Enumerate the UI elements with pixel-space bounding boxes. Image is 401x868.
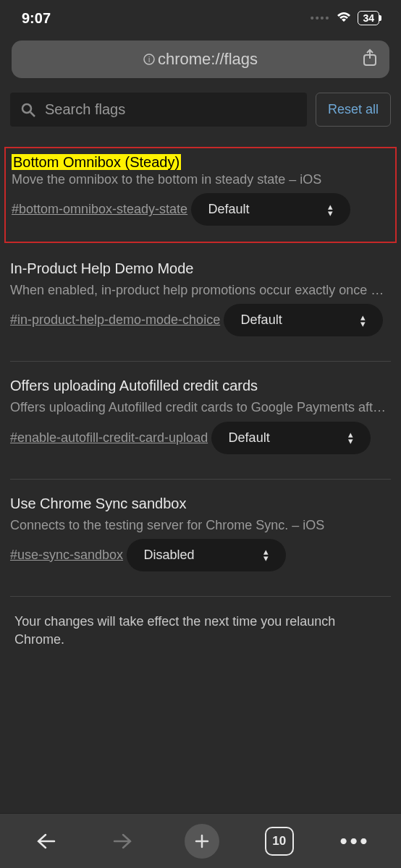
search-input[interactable]: Search flags: [10, 93, 307, 127]
search-icon: [20, 102, 36, 118]
flag-sync-sandbox: Use Chrome Sync sandbox Connects to the …: [10, 495, 391, 576]
flag-iph-demo: In-Product Help Demo Mode When enabled, …: [10, 260, 391, 341]
flag-anchor-link[interactable]: #enable-autofill-credit-card-upload: [10, 430, 208, 446]
tabs-button[interactable]: 10: [265, 827, 294, 856]
chevron-updown-icon: ▴▾: [328, 203, 333, 216]
flag-bottom-omnibox: Bottom Omnibox (Steady) Move the omnibox…: [4, 147, 397, 243]
flag-title: Bottom Omnibox (Steady): [12, 154, 181, 170]
flag-title: Use Chrome Sync sandbox: [10, 495, 391, 512]
content: Search flags Reset all Bottom Omnibox (S…: [0, 82, 401, 649]
chevron-updown-icon: ▴▾: [348, 431, 353, 444]
flag-select-value: Default: [241, 312, 282, 328]
status-time: 9:07: [22, 10, 51, 27]
flag-select-value: Disabled: [144, 548, 195, 563]
flag-desc: Offers uploading Autofilled credit cards…: [10, 399, 391, 417]
status-bar: 9:07 •••• 34: [0, 0, 401, 36]
reset-all-button[interactable]: Reset all: [316, 93, 391, 127]
divider: [10, 361, 391, 362]
more-button[interactable]: •••: [339, 825, 371, 857]
flag-title: In-Product Help Demo Mode: [10, 260, 391, 277]
flag-select[interactable]: Default ▴▾: [224, 304, 383, 336]
flag-select-value: Default: [208, 202, 250, 217]
svg-line-4: [30, 112, 35, 116]
status-dots-icon: ••••: [311, 12, 331, 24]
flag-select[interactable]: Default ▴▾: [211, 422, 371, 454]
divider: [10, 596, 391, 597]
svg-text:i: i: [148, 56, 150, 64]
flag-select[interactable]: Default ▴▾: [191, 193, 350, 226]
flag-anchor-link[interactable]: #use-sync-sandbox: [10, 548, 123, 563]
search-row: Search flags Reset all: [10, 93, 391, 127]
flag-autofill-upload: Offers uploading Autofilled credit cards…: [10, 378, 391, 458]
wifi-icon: [336, 10, 352, 27]
new-tab-button[interactable]: [185, 824, 219, 859]
battery-icon: 34: [358, 11, 379, 25]
flag-desc: Connects to the testing server for Chrom…: [10, 516, 391, 535]
flag-desc: Move the omnibox to the bottom in steady…: [12, 171, 389, 189]
relaunch-note: Your changes will take effect the next t…: [10, 613, 391, 649]
info-icon: i: [143, 54, 155, 65]
forward-button[interactable]: [107, 825, 139, 857]
flag-title: Offers uploading Autofilled credit cards: [10, 378, 391, 394]
chevron-updown-icon: ▴▾: [263, 548, 269, 561]
flag-anchor-link[interactable]: #bottom-omnibox-steady-state: [12, 202, 187, 217]
status-right: •••• 34: [311, 10, 379, 27]
bottom-toolbar: 10 •••: [0, 813, 401, 868]
share-icon[interactable]: [362, 48, 378, 70]
flag-select-value: Default: [229, 430, 270, 446]
url-bar[interactable]: i chrome://flags: [12, 41, 389, 78]
back-button[interactable]: [30, 825, 62, 857]
url-text: i chrome://flags: [143, 50, 258, 69]
search-placeholder: Search flags: [45, 101, 125, 118]
flag-desc: When enabled, in-product help promotions…: [10, 281, 391, 299]
flag-select[interactable]: Disabled ▴▾: [127, 539, 286, 571]
divider: [10, 479, 391, 480]
tabs-count: 10: [272, 834, 286, 848]
svg-point-3: [22, 104, 31, 113]
chevron-updown-icon: ▴▾: [360, 314, 366, 327]
flag-anchor-link[interactable]: #in-product-help-demo-mode-choice: [10, 312, 220, 328]
